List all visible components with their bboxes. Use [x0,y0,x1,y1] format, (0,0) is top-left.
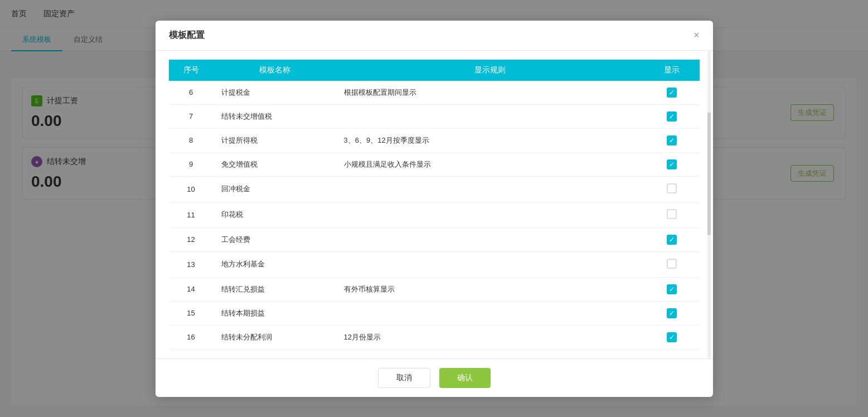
cell-checkbox [644,176,700,202]
cell-rule: 根据模板配置期间显示 [336,81,644,105]
confirm-button[interactable]: 确认 [439,368,491,388]
cell-index: 12 [169,227,214,251]
cell-name: 工会经费 [214,227,336,251]
checkbox-row-6[interactable] [667,88,677,98]
cell-name: 回冲税金 [214,176,336,202]
cell-index: 9 [169,152,214,176]
cell-rule [336,202,644,227]
table-row: 13地方水利基金 [169,251,700,277]
table-header-row: 序号 模板名称 显示规则 显示 [169,60,700,81]
cell-index: 16 [169,325,214,349]
cell-index: 10 [169,176,214,202]
cell-rule [336,227,644,251]
table-row: 7结转未交增值税 [169,104,700,128]
cell-name: 地方水利基金 [214,251,336,277]
scroll-track [707,51,711,358]
cell-name: 计提税金 [214,81,336,105]
checkbox-row-8[interactable] [667,135,677,146]
cell-checkbox [644,104,700,128]
cell-name: 计提所得税 [214,128,336,152]
cell-rule: 有外币核算显示 [336,277,644,301]
modal-header: 模板配置 × [156,21,713,51]
table-row: 8计提所得税3、6、9、12月按季度显示 [169,128,700,152]
cell-checkbox [644,277,700,301]
checkbox-row-13[interactable] [667,259,677,269]
table-row: 16结转未分配利润12月份显示 [169,325,700,349]
cell-rule [336,176,644,202]
table-row: 12工会经费 [169,227,700,251]
checkbox-row-16[interactable] [667,332,677,342]
cell-rule [336,301,644,325]
cell-checkbox [644,325,700,349]
cell-index: 13 [169,251,214,277]
cancel-button[interactable]: 取消 [378,368,430,388]
modal-footer: 取消 确认 [156,358,713,397]
cell-name: 结转本期损益 [214,301,336,325]
checkbox-row-12[interactable] [667,235,677,245]
modal-close-button[interactable]: × [694,30,700,40]
cell-name: 印花税 [214,202,336,227]
cell-index: 7 [169,104,214,128]
table-row: 11印花税 [169,202,700,227]
col-display: 显示 [644,60,700,81]
checkbox-row-14[interactable] [667,284,677,294]
checkbox-row-10[interactable] [667,183,677,193]
cell-checkbox [644,152,700,176]
cell-name: 结转未交增值税 [214,104,336,128]
table-row: 9免交增值税小规模且满足收入条件显示 [169,152,700,176]
cell-index: 15 [169,301,214,325]
cell-checkbox [644,251,700,277]
checkbox-row-15[interactable] [667,308,677,318]
cell-index: 6 [169,81,214,105]
col-name: 模板名称 [214,60,336,81]
cell-checkbox [644,81,700,105]
cell-rule: 小规模且满足收入条件显示 [336,152,644,176]
table-row: 10回冲税金 [169,176,700,202]
modal-title: 模板配置 [169,30,205,41]
checkbox-row-7[interactable] [667,111,677,122]
cell-rule: 3、6、9、12月按季度显示 [336,128,644,152]
cell-checkbox [644,301,700,325]
cell-name: 免交增值税 [214,152,336,176]
modal-overlay: 模板配置 × 序号 模板名称 显示规则 显示 6计提税金根据模板配置期间显示7结… [0,0,868,417]
table-row: 15结转本期损益 [169,301,700,325]
checkbox-row-9[interactable] [667,159,677,169]
cell-index: 8 [169,128,214,152]
modal-body: 序号 模板名称 显示规则 显示 6计提税金根据模板配置期间显示7结转未交增值税8… [156,51,713,358]
col-index: 序号 [169,60,214,81]
cell-name: 结转汇兑损益 [214,277,336,301]
table-row: 14结转汇兑损益有外币核算显示 [169,277,700,301]
config-table: 序号 模板名称 显示规则 显示 6计提税金根据模板配置期间显示7结转未交增值税8… [169,60,700,350]
col-rule: 显示规则 [336,60,644,81]
scroll-thumb[interactable] [707,112,711,235]
cell-name: 结转未分配利润 [214,325,336,349]
checkbox-row-11[interactable] [667,209,677,219]
template-config-modal: 模板配置 × 序号 模板名称 显示规则 显示 6计提税金根据模板配置期间显示7结… [156,21,713,397]
cell-index: 11 [169,202,214,227]
cell-rule [336,104,644,128]
cell-rule [336,251,644,277]
cell-index: 14 [169,277,214,301]
cell-rule: 12月份显示 [336,325,644,349]
cell-checkbox [644,202,700,227]
table-row: 6计提税金根据模板配置期间显示 [169,81,700,105]
cell-checkbox [644,128,700,152]
cell-checkbox [644,227,700,251]
